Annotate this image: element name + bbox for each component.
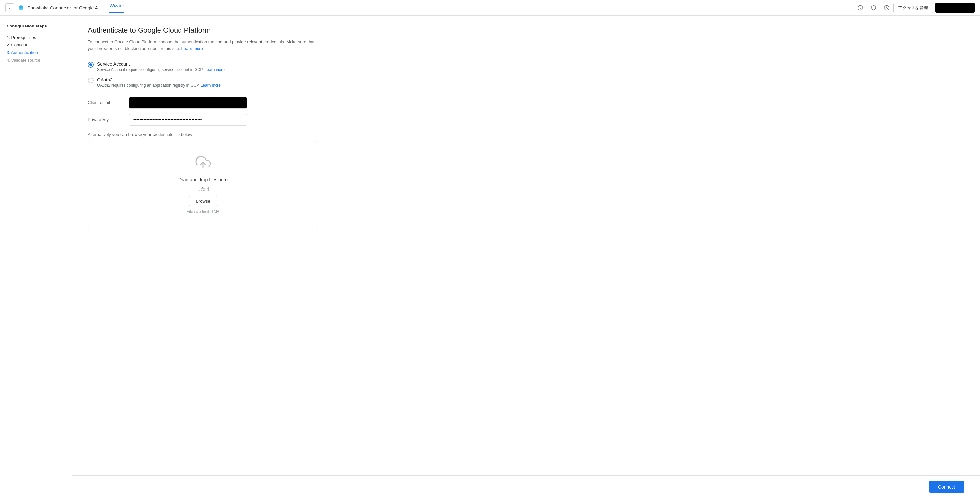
app-title: Snowflake Connector for Google A...	[27, 5, 102, 11]
radio-service-account[interactable]	[88, 62, 94, 68]
connect-button[interactable]: Connect	[929, 481, 964, 493]
content-area: Authenticate to Google Cloud Platform To…	[72, 16, 334, 476]
auth-option-service-account[interactable]: Service Account Service Account requires…	[88, 62, 318, 72]
radio-oauth2[interactable]	[88, 78, 94, 83]
client-email-input[interactable]	[129, 97, 247, 109]
sidebar-step-prerequisites: 1. Prerequisites	[6, 34, 65, 41]
app-logo	[17, 4, 25, 12]
upload-section: Alternatively you can browse your creden…	[88, 132, 318, 227]
upload-cloud-icon	[95, 154, 312, 173]
service-account-label: Service Account	[97, 62, 225, 67]
auth-options: Service Account Service Account requires…	[88, 62, 318, 88]
browse-button[interactable]: Browse	[189, 196, 217, 206]
oauth2-label: OAuth2	[97, 77, 221, 82]
right-area: Authenticate to Google Cloud Platform To…	[72, 16, 980, 498]
or-text: または	[197, 186, 210, 192]
manage-access-button[interactable]: アクセスを管理	[893, 3, 933, 13]
wizard-tab[interactable]: Wizard	[110, 3, 124, 13]
action-button[interactable]	[935, 3, 975, 13]
private-key-label: Private key	[88, 117, 124, 122]
back-button[interactable]: ‹	[5, 3, 14, 13]
upload-description: Alternatively you can browse your creden…	[88, 132, 318, 137]
sidebar: Configuration steps 1. Prerequisites 2. …	[0, 16, 72, 498]
private-key-input[interactable]	[129, 114, 247, 126]
learn-more-link[interactable]: Learn more	[181, 46, 203, 51]
service-account-desc: Service Account requires configuring ser…	[97, 67, 225, 72]
footer-bar: Connect	[72, 476, 980, 498]
sidebar-title: Configuration steps	[6, 24, 65, 29]
client-email-label: Client email	[88, 100, 124, 105]
service-account-learn-more[interactable]: Learn more	[205, 67, 225, 72]
sidebar-step-validate: 4. Validate source	[6, 56, 65, 64]
oauth2-learn-more[interactable]: Learn more	[201, 83, 221, 88]
sidebar-steps: 1. Prerequisites 2. Configure 3. Authent…	[6, 34, 65, 64]
shield-icon[interactable]	[870, 4, 878, 12]
client-email-row: Client email	[88, 97, 318, 109]
oauth2-desc: OAuth2 requires configuring an applicati…	[97, 83, 221, 88]
upload-dropzone[interactable]: Drag and drop files here または Browse File…	[88, 141, 318, 227]
nav-icons	[856, 4, 891, 12]
main-layout: Configuration steps 1. Prerequisites 2. …	[0, 16, 980, 498]
file-limit-text: File size limit: 1MB	[95, 209, 312, 214]
page-title: Authenticate to Google Cloud Platform	[88, 26, 318, 35]
private-key-row: Private key	[88, 114, 318, 126]
page-description: To connect to Google Cloud Platform choo…	[88, 39, 318, 52]
auth-option-oauth2[interactable]: OAuth2 OAuth2 requires configuring an ap…	[88, 77, 318, 88]
info-icon[interactable]	[856, 4, 864, 12]
back-icon: ‹	[9, 5, 11, 11]
sidebar-step-authentication[interactable]: 3. Authentication	[6, 49, 65, 56]
drag-drop-text: Drag and drop files here	[95, 177, 312, 182]
form-section: Client email Private key	[88, 97, 318, 126]
history-icon[interactable]	[883, 4, 891, 12]
sidebar-step-configure: 2. Configure	[6, 41, 65, 49]
top-nav: ‹ Snowflake Connector for Google A... Wi…	[0, 0, 980, 16]
or-divider: または	[95, 186, 312, 192]
